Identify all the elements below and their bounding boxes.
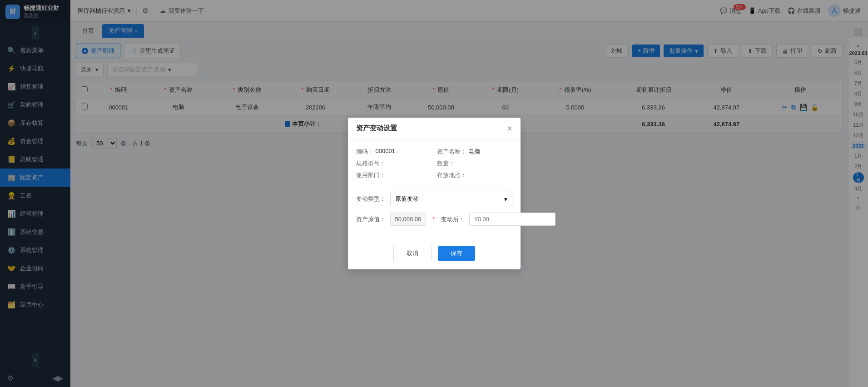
modal-save-button[interactable]: 保存 [438, 246, 475, 261]
modal-spec-label: 规格型号： [356, 159, 386, 168]
modal-name-value: 电脑 [468, 148, 480, 156]
modal-info-grid: 编码： 000001 资产名称： 电脑 规格型号： 数量： 使用部门： [356, 148, 512, 179]
modal-header: 资产变动设置 × [348, 118, 521, 139]
modal-quantity-label: 数量： [437, 159, 455, 168]
modal-change-type-dropdown-icon: ▾ [504, 196, 507, 203]
modal-location-label: 存放地点： [437, 171, 466, 179]
modal-department-label: 使用部门： [356, 171, 386, 179]
modal-body: 编码： 000001 资产名称： 电脑 规格型号： 数量： 使用部门： [348, 139, 521, 240]
modal-change-type-field: 变动类型： 原值变动 ▾ [356, 192, 512, 206]
modal-change-type-select[interactable]: 原值变动 ▾ [390, 192, 512, 206]
modal-code-label: 编码： [356, 148, 374, 156]
modal-code-value: 000001 [376, 148, 395, 156]
modal-code-item: 编码： 000001 [356, 148, 432, 156]
modal-close-button[interactable]: × [507, 124, 512, 133]
modal-department-item: 使用部门： [356, 171, 432, 179]
modal-change-type-value: 原值变动 [395, 195, 419, 203]
modal-after-change-input[interactable] [469, 213, 556, 226]
modal-name-label: 资产名称： [437, 148, 466, 156]
modal-original-value-field: 资产原值： 50,000.00 * 变动后： [356, 213, 512, 226]
modal-quantity-item: 数量： [437, 159, 512, 168]
modal-change-type-label: 变动类型： [356, 195, 386, 203]
modal-after-change-label: 变动后： [441, 215, 465, 223]
modal-overlay: 资产变动设置 × 编码： 000001 资产名称： 电脑 规格型号： 数量： [0, 0, 868, 387]
asset-change-modal: 资产变动设置 × 编码： 000001 资产名称： 电脑 规格型号： 数量： [348, 118, 521, 269]
modal-title: 资产变动设置 [356, 124, 397, 133]
modal-spec-item: 规格型号： [356, 159, 432, 168]
modal-divider [356, 186, 512, 186]
modal-original-value-label: 资产原值： [356, 215, 386, 223]
modal-name-item: 资产名称： 电脑 [437, 148, 512, 156]
modal-required-star: * [432, 216, 435, 223]
modal-original-value-display: 50,000.00 [390, 213, 427, 226]
modal-cancel-button[interactable]: 取消 [393, 246, 432, 261]
modal-footer: 取消 保存 [348, 240, 521, 269]
modal-location-item: 存放地点： [437, 171, 512, 179]
